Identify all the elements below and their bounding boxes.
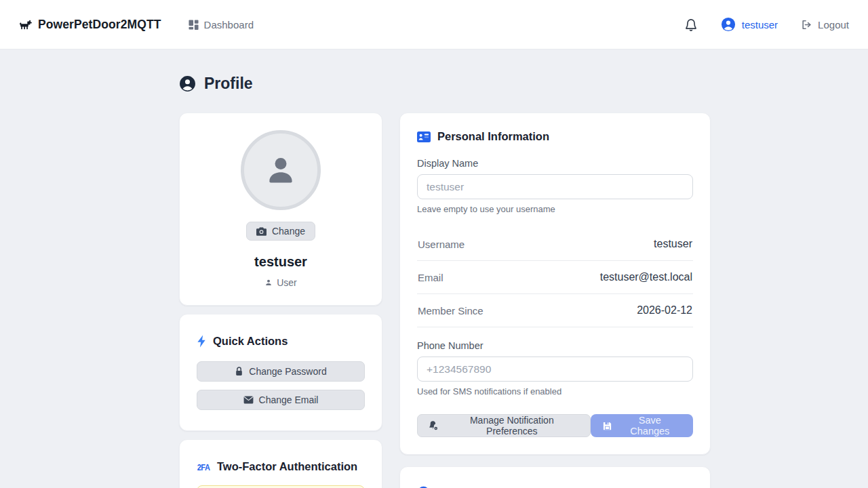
- display-name-input[interactable]: [417, 174, 693, 199]
- display-name-group: Display Name Leave empty to use your use…: [417, 158, 693, 214]
- row-label: Member Since: [418, 305, 484, 317]
- user-circle-icon: [721, 17, 736, 32]
- 2fa-icon: 2FA: [197, 462, 210, 472]
- id-card-icon: [417, 131, 431, 142]
- profile-display-name: testuser: [197, 254, 365, 270]
- manage-notifications-label: Manage Notification Preferences: [444, 415, 580, 436]
- nav-logout-label: Logout: [818, 19, 849, 30]
- dashboard-grid-icon: [189, 20, 199, 30]
- profile-role-badge: User: [197, 277, 365, 288]
- two-factor-warning-alert: [197, 485, 365, 488]
- page-title: Profile: [179, 75, 711, 93]
- brand-home-link[interactable]: PowerPetDoor2MQTT: [19, 18, 161, 32]
- personal-info-title: Personal Information: [437, 130, 549, 143]
- notifications-bell-icon[interactable]: [684, 17, 698, 32]
- lightning-bolt-icon: [197, 335, 206, 348]
- left-column: Change testuser User: [179, 113, 382, 488]
- save-changes-button[interactable]: Save Changes: [591, 414, 693, 437]
- profile-user-circle-icon: [179, 75, 196, 92]
- quick-actions-title: Quick Actions: [213, 335, 288, 348]
- role-person-icon: [264, 279, 273, 287]
- quick-actions-card: Quick Actions Change Password: [179, 314, 382, 431]
- save-floppy-icon: [602, 421, 612, 431]
- quick-actions-heading: Quick Actions: [197, 335, 365, 348]
- profile-role-label: User: [277, 277, 297, 288]
- row-label: Email: [418, 272, 443, 283]
- personal-info-card: Personal Information Display Name Leave …: [399, 113, 711, 455]
- change-password-label: Change Password: [249, 366, 326, 377]
- personal-info-heading: Personal Information: [417, 130, 693, 143]
- nav-username-label: testuser: [742, 19, 778, 30]
- nav-dashboard-label: Dashboard: [204, 19, 254, 30]
- brand-title: PowerPetDoor2MQTT: [38, 18, 161, 32]
- account-info-rows: Username testuser Email testuser@test.lo…: [417, 228, 693, 327]
- table-row: Member Since 2026-02-12: [417, 294, 693, 327]
- two-factor-heading: 2FA Two-Factor Authentication: [197, 460, 365, 473]
- lock-icon: [235, 367, 243, 376]
- nav-logout-link[interactable]: Logout: [801, 19, 849, 30]
- bell-gear-icon: [428, 420, 439, 431]
- manage-notifications-button[interactable]: Manage Notification Preferences: [417, 414, 591, 437]
- phone-number-input[interactable]: [417, 357, 693, 382]
- display-name-label: Display Name: [417, 158, 693, 169]
- row-value: testuser@test.local: [600, 271, 692, 283]
- phone-number-label: Phone Number: [417, 340, 693, 351]
- row-value: 2026-02-12: [637, 304, 692, 317]
- personal-info-actions: Manage Notification Preferences: [417, 414, 693, 437]
- change-password-button[interactable]: Change Password: [197, 361, 365, 382]
- two-factor-title: Two-Factor Authentication: [217, 460, 357, 473]
- page-title-label: Profile: [204, 75, 253, 93]
- envelope-icon: [243, 396, 254, 404]
- change-email-button[interactable]: Change Email: [197, 390, 365, 410]
- logout-icon: [801, 19, 812, 30]
- row-label: Username: [418, 239, 465, 250]
- nav-dashboard-link[interactable]: Dashboard: [189, 19, 254, 30]
- phone-number-hint: Used for SMS notifications if enabled: [417, 386, 693, 396]
- row-value: testuser: [654, 238, 692, 250]
- change-avatar-label: Change: [272, 226, 305, 237]
- main-content: Profile: [179, 49, 711, 488]
- appearance-card: Appearance: [399, 466, 711, 488]
- dog-icon: [19, 19, 32, 30]
- display-name-hint: Leave empty to use your username: [417, 204, 693, 214]
- top-navbar: PowerPetDoor2MQTT Dashboard: [0, 0, 868, 49]
- save-changes-label: Save Changes: [618, 415, 682, 436]
- avatar: [241, 130, 321, 210]
- two-factor-card: 2FA Two-Factor Authentication: [179, 439, 382, 488]
- right-column: Personal Information Display Name Leave …: [399, 113, 711, 488]
- phone-number-group: Phone Number Used for SMS notifications …: [417, 340, 693, 396]
- table-row: Username testuser: [417, 228, 693, 261]
- camera-icon: [256, 227, 267, 236]
- navbar-right-group: testuser Logout: [684, 17, 849, 32]
- change-avatar-button[interactable]: Change: [246, 222, 315, 241]
- avatar-person-icon: [263, 152, 298, 188]
- table-row: Email testuser@test.local: [417, 261, 693, 294]
- avatar-card: Change testuser User: [179, 113, 382, 306]
- change-email-label: Change Email: [259, 394, 319, 405]
- nav-user-profile-link[interactable]: testuser: [721, 17, 778, 32]
